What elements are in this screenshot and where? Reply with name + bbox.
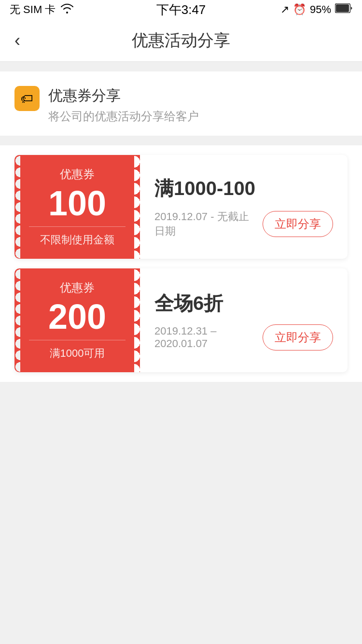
coupon-name-0: 满1000-100 [154,175,333,202]
background-fill [0,382,362,623]
share-button-1[interactable]: 立即分享 [263,324,333,350]
coupon-label-0: 优惠券 [60,167,95,182]
nav-bar: ‹ 优惠活动分享 [0,19,362,62]
coupon-card: 优惠券 100 不限制使用金额 满1000-100 2019.12.07 - 无… [14,155,348,259]
svg-rect-1 [336,4,349,12]
coupon-meta-1: 2019.12.31 – 2020.01.07 立即分享 [154,324,333,350]
coupon-amount-1: 200 [48,299,106,334]
coupon-card: 优惠券 200 满1000可用 全场6折 2019.12.31 – 2020.0… [14,268,348,372]
coupon-left-1: 优惠券 200 满1000可用 [14,268,140,372]
section-subtitle: 将公司的优惠活动分享给客户 [48,109,199,124]
status-left: 无 SIM 卡 [10,2,74,17]
carrier-text: 无 SIM 卡 [10,2,56,17]
status-bar: 无 SIM 卡 下午3:47 ↗ ⏰ 95% [0,0,362,19]
coupon-list: 优惠券 100 不限制使用金额 满1000-100 2019.12.07 - 无… [0,145,362,382]
back-button[interactable]: ‹ [14,30,20,51]
coupon-condition-0: 不限制使用金额 [40,233,114,247]
coupon-right-0: 满1000-100 2019.12.07 - 无截止日期 立即分享 [140,155,348,259]
status-right: ↗ ⏰ 95% [280,3,352,16]
page-title: 优惠活动分享 [132,29,230,52]
coupon-divider-0 [29,226,125,227]
battery-icon [335,3,352,16]
section-title: 优惠券分享 [48,86,199,106]
coupon-date-0: 2019.12.07 - 无截止日期 [154,210,257,238]
coupon-right-1: 全场6折 2019.12.31 – 2020.01.07 立即分享 [140,268,348,372]
share-button-0[interactable]: 立即分享 [263,211,333,237]
coupon-condition-1: 满1000可用 [50,346,105,361]
section-text: 优惠券分享 将公司的优惠活动分享给客户 [48,86,199,124]
coupon-label-1: 优惠券 [60,280,95,295]
coupon-left-0: 优惠券 100 不限制使用金额 [14,155,140,259]
location-icon: ↗ [280,3,289,16]
section-icon: 🏷 [14,86,40,111]
coupon-name-1: 全场6折 [154,290,333,317]
wifi-icon [60,3,74,16]
coupon-meta-0: 2019.12.07 - 无截止日期 立即分享 [154,210,333,238]
battery-text: 95% [310,3,331,16]
status-time: 下午3:47 [156,1,206,18]
section-header: 🏷 优惠券分享 将公司的优惠活动分享给客户 [0,71,362,136]
coupon-divider-1 [29,340,125,340]
alarm-icon: ⏰ [293,3,306,16]
coupon-amount-0: 100 [48,186,106,221]
coupon-date-1: 2019.12.31 – 2020.01.07 [154,325,257,350]
